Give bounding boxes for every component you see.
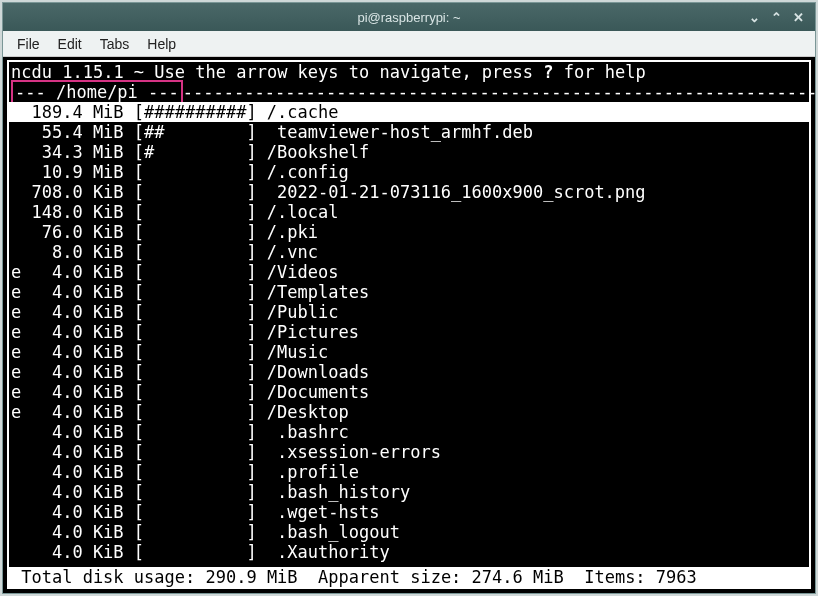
minimize-button[interactable]: ⌄: [747, 10, 761, 24]
menu-tabs[interactable]: Tabs: [94, 34, 136, 54]
list-item[interactable]: e 4.0 KiB [ ] /Desktop: [9, 402, 809, 422]
menu-help[interactable]: Help: [141, 34, 182, 54]
path-highlight: --- /home/pi ---: [11, 80, 183, 104]
list-item[interactable]: e 4.0 KiB [ ] /Downloads: [9, 362, 809, 382]
list-item[interactable]: e 4.0 KiB [ ] /Templates: [9, 282, 809, 302]
list-item[interactable]: 4.0 KiB [ ] .Xauthority: [9, 542, 809, 562]
current-path-line: --- /home/pi ---------------------------…: [9, 82, 809, 102]
status-bar: Total disk usage: 290.9 MiB Apparent siz…: [9, 567, 809, 587]
list-item[interactable]: 4.0 KiB [ ] .bashrc: [9, 422, 809, 442]
total-usage: 290.9 MiB: [205, 567, 297, 587]
file-list[interactable]: 189.4 MiB [##########] /.cache 55.4 MiB …: [9, 102, 809, 567]
window-title: pi@raspberrypi: ~: [3, 10, 815, 25]
list-item[interactable]: 4.0 KiB [ ] .xsession-errors: [9, 442, 809, 462]
list-item[interactable]: 4.0 KiB [ ] .wget-hsts: [9, 502, 809, 522]
list-item[interactable]: 148.0 KiB [ ] /.local: [9, 202, 809, 222]
list-item[interactable]: 34.3 MiB [# ] /Bookshelf: [9, 142, 809, 162]
list-item[interactable]: 189.4 MiB [##########] /.cache: [9, 102, 809, 122]
item-count: 7963: [656, 567, 697, 587]
list-item[interactable]: e 4.0 KiB [ ] /Documents: [9, 382, 809, 402]
close-button[interactable]: ✕: [791, 10, 805, 24]
list-item[interactable]: e 4.0 KiB [ ] /Public: [9, 302, 809, 322]
list-item[interactable]: e 4.0 KiB [ ] /Music: [9, 342, 809, 362]
list-item[interactable]: 4.0 KiB [ ] .bash_history: [9, 482, 809, 502]
list-item[interactable]: 10.9 MiB [ ] /.config: [9, 162, 809, 182]
menu-edit[interactable]: Edit: [52, 34, 88, 54]
terminal-area[interactable]: ncdu 1.15.1 ~ Use the arrow keys to navi…: [3, 57, 815, 593]
list-item[interactable]: 55.4 MiB [## ] teamviewer-host_armhf.deb: [9, 122, 809, 142]
current-path: /home/pi: [56, 82, 138, 102]
window-titlebar[interactable]: pi@raspberrypi: ~ ⌄ ⌃ ✕: [3, 3, 815, 31]
menu-file[interactable]: File: [11, 34, 46, 54]
terminal-window: pi@raspberrypi: ~ ⌄ ⌃ ✕ File Edit Tabs H…: [2, 2, 816, 594]
list-item[interactable]: e 4.0 KiB [ ] /Pictures: [9, 322, 809, 342]
list-item[interactable]: 708.0 KiB [ ] 2022-01-21-073116_1600x900…: [9, 182, 809, 202]
list-item[interactable]: 4.0 KiB [ ] .bash_logout: [9, 522, 809, 542]
maximize-button[interactable]: ⌃: [769, 10, 783, 24]
dash-fill: ----------------------------------------…: [183, 82, 818, 102]
apparent-size: 274.6 MiB: [472, 567, 564, 587]
menu-bar: File Edit Tabs Help: [3, 31, 815, 57]
ncdu-screen: ncdu 1.15.1 ~ Use the arrow keys to navi…: [7, 60, 811, 589]
list-item[interactable]: 4.0 KiB [ ] .profile: [9, 462, 809, 482]
list-item[interactable]: e 4.0 KiB [ ] /Videos: [9, 262, 809, 282]
list-item[interactable]: 76.0 KiB [ ] /.pki: [9, 222, 809, 242]
list-item[interactable]: 8.0 KiB [ ] /.vnc: [9, 242, 809, 262]
window-controls: ⌄ ⌃ ✕: [747, 10, 815, 24]
ncdu-header: ncdu 1.15.1 ~ Use the arrow keys to navi…: [9, 62, 809, 82]
